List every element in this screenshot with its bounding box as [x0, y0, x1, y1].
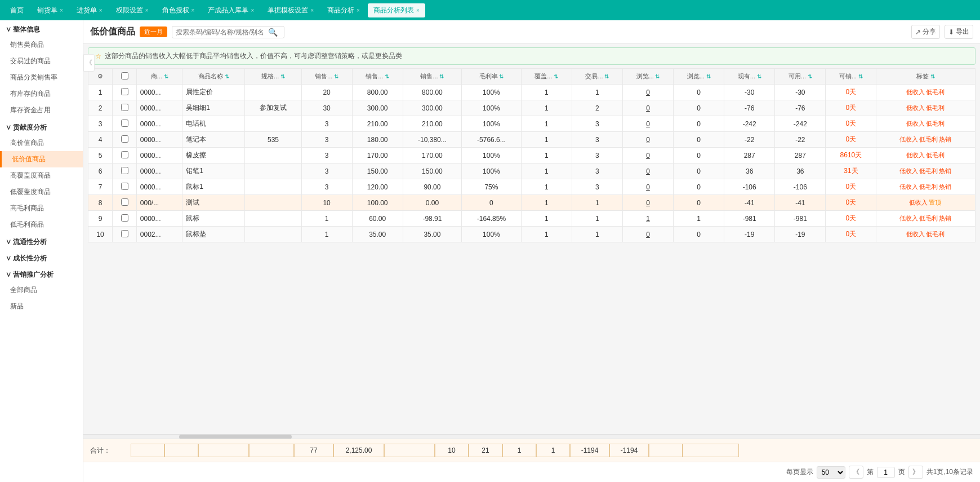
next-page-btn[interactable]: 》 — [908, 466, 923, 479]
row-checkbox[interactable] — [113, 116, 137, 132]
nav-goods-list[interactable]: 商品分析列表 × — [368, 3, 425, 17]
sidebar-item-category-sales[interactable]: 商品分类销售率 — [0, 69, 83, 86]
sidebar-item-all-goods[interactable]: 全部商品 — [0, 282, 83, 298]
search-input[interactable] — [176, 28, 266, 36]
row-check[interactable] — [121, 214, 128, 222]
page-number-input[interactable] — [877, 467, 895, 478]
page-size-select[interactable]: 50 100 200 — [817, 466, 845, 479]
row-check[interactable] — [121, 167, 128, 174]
sidebar-item-sales-goods[interactable]: 销售类商品 — [0, 37, 83, 53]
col-checkbox[interactable] — [113, 69, 137, 85]
col-browse2[interactable]: 浏览... ⇅ — [674, 69, 724, 85]
nav-goods-analysis[interactable]: 商品分析 × — [322, 3, 366, 17]
col-available[interactable]: 可用... ⇅ — [775, 69, 826, 85]
nav-sales-close[interactable]: × — [60, 7, 63, 14]
row-check[interactable] — [121, 183, 128, 190]
nav-purchase-close[interactable]: × — [99, 7, 103, 14]
export-button[interactable]: ⬇ 导出 — [945, 25, 973, 39]
row-checkbox[interactable] — [113, 179, 137, 195]
row-col7[interactable]: 0 — [622, 132, 673, 148]
sidebar-collapse-btn[interactable]: 《 — [83, 54, 95, 72]
row-col1: 30 — [301, 100, 352, 116]
nav-template[interactable]: 单据模板设置 × — [262, 3, 319, 17]
period-button[interactable]: 近一月 — [140, 26, 167, 37]
row-col7[interactable]: 0 — [622, 100, 673, 116]
sidebar-item-stock-goods[interactable]: 有库存的商品 — [0, 86, 83, 102]
row-col9: 287 — [724, 148, 775, 163]
row-check[interactable] — [121, 151, 128, 158]
row-checkbox[interactable] — [113, 132, 137, 148]
sidebar-group-overall[interactable]: ∨ 整体信息 — [0, 20, 83, 37]
nav-sales[interactable]: 销货单 × — [32, 3, 69, 17]
sidebar-item-stock-funds[interactable]: 库存资金占用 — [0, 102, 83, 118]
col-coverage[interactable]: 覆盖... ⇅ — [521, 69, 572, 85]
nav-template-close[interactable]: × — [310, 7, 314, 14]
row-checkbox[interactable] — [113, 148, 137, 163]
row-checkbox[interactable] — [113, 227, 137, 242]
sidebar-item-high-value[interactable]: 高价值商品 — [0, 135, 83, 151]
row-col7[interactable]: 0 — [622, 195, 673, 211]
col-stock[interactable]: 现有... ⇅ — [724, 69, 775, 85]
row-check[interactable] — [121, 120, 128, 127]
col-name[interactable]: 商品名称 ⇅ — [182, 69, 245, 85]
nav-permissions-close[interactable]: × — [145, 7, 149, 14]
search-icon[interactable]: 🔍 — [268, 28, 278, 37]
row-check[interactable] — [121, 198, 128, 206]
header-actions: ↗ 分享 ⬇ 导出 — [911, 25, 973, 39]
row-col7[interactable]: 0 — [622, 116, 673, 132]
table-container[interactable]: ⚙ 商... ⇅ 商品名称 ⇅ 规格... ⇅ 销售... ⇅ 销售... ⇅ … — [83, 68, 980, 434]
row-checkbox[interactable] — [113, 85, 137, 100]
row-col6: 1 — [572, 85, 622, 100]
sidebar-group-growth[interactable]: ∨ 成长性分析 — [0, 249, 83, 266]
sidebar-item-new-goods[interactable]: 新品 — [0, 298, 83, 315]
sidebar-item-low-coverage[interactable]: 低覆盖度商品 — [0, 184, 83, 200]
row-checkbox[interactable] — [113, 163, 137, 179]
col-sales1[interactable]: 销售... ⇅ — [301, 69, 352, 85]
row-checkbox[interactable] — [113, 195, 137, 211]
nav-purchase[interactable]: 进货单 × — [71, 3, 108, 17]
sidebar-group-marketing[interactable]: ∨ 营销推广分析 — [0, 266, 83, 282]
nav-permissions[interactable]: 权限设置 × — [110, 3, 154, 17]
first-page-btn[interactable]: 《 — [849, 466, 863, 479]
select-all-checkbox[interactable] — [121, 72, 128, 79]
sidebar-item-low-value[interactable]: 低价值商品 — [0, 151, 83, 167]
nav-roles-close[interactable]: × — [191, 7, 195, 14]
row-col7[interactable]: 0 — [622, 148, 673, 163]
nav-goods-list-close[interactable]: × — [416, 7, 420, 14]
nav-production[interactable]: 产成品入库单 × — [202, 3, 260, 17]
row-check[interactable] — [121, 230, 128, 237]
sidebar-group-contribution[interactable]: ∨ 贡献度分析 — [0, 118, 83, 135]
col-browse1[interactable]: 浏览... ⇅ — [622, 69, 673, 85]
sidebar-item-traded-goods[interactable]: 交易过的商品 — [0, 53, 83, 69]
col-saleable[interactable]: 可销... ⇅ — [826, 69, 876, 85]
row-col7[interactable]: 1 — [622, 211, 673, 227]
col-trade[interactable]: 交易... ⇅ — [572, 69, 622, 85]
row-col7[interactable]: 0 — [622, 85, 673, 100]
col-spec[interactable]: 规格... ⇅ — [245, 69, 301, 85]
row-check[interactable] — [121, 104, 128, 111]
nav-home[interactable]: 首页 — [5, 3, 29, 17]
share-button[interactable]: ↗ 分享 — [911, 25, 940, 39]
col-sales2[interactable]: 销售... ⇅ — [352, 69, 403, 85]
col-sales3[interactable]: 销售... ⇅ — [403, 69, 461, 85]
col-code[interactable]: 商... ⇅ — [136, 69, 182, 85]
row-col7[interactable]: 0 — [622, 179, 673, 195]
col-tags[interactable]: 标签 ⇅ — [876, 69, 975, 85]
nav-goods-analysis-close[interactable]: × — [357, 7, 360, 14]
sidebar-item-high-margin[interactable]: 高毛利商品 — [0, 200, 83, 216]
row-check[interactable] — [121, 135, 128, 143]
horizontal-scrollbar[interactable] — [83, 434, 980, 439]
sidebar-item-high-coverage[interactable]: 高覆盖度商品 — [0, 167, 83, 184]
row-checkbox[interactable] — [113, 211, 137, 227]
row-check[interactable] — [121, 88, 128, 95]
sidebar-item-low-margin[interactable]: 低毛利商品 — [0, 216, 83, 233]
row-col7[interactable]: 0 — [622, 227, 673, 242]
row-col8: 0 — [674, 227, 724, 242]
row-checkbox[interactable] — [113, 100, 137, 116]
row-col7[interactable]: 0 — [622, 163, 673, 179]
sidebar-group-liquidity[interactable]: ∨ 流通性分析 — [0, 233, 83, 249]
col-margin[interactable]: 毛利率 ⇅ — [462, 69, 522, 85]
nav-production-close[interactable]: × — [251, 7, 254, 14]
row-tags: 低收入低毛利热销 — [876, 163, 975, 179]
nav-roles[interactable]: 角色授权 × — [157, 3, 201, 17]
